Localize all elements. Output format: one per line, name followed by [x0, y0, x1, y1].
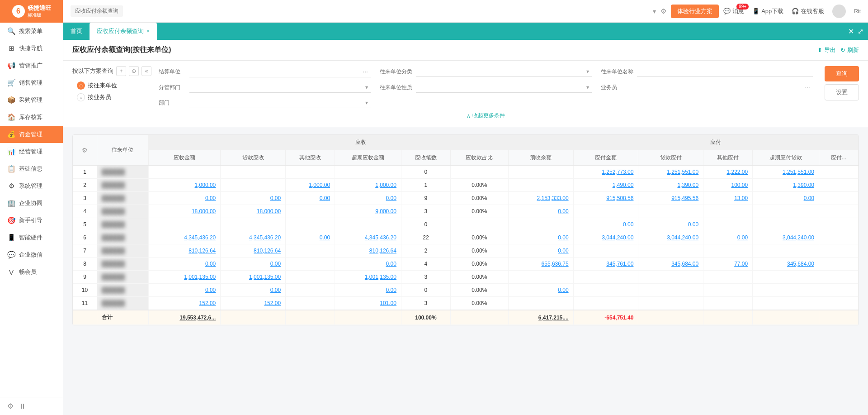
th-group-ar: 应收 — [148, 135, 573, 150]
sidebar-item-operation[interactable]: 📊 经营管理 — [0, 143, 63, 160]
dept-input[interactable]: ▾ — [189, 82, 371, 93]
system-icon: ⚙ — [7, 182, 15, 190]
dept2-input[interactable]: ▾ — [189, 98, 371, 108]
table-row: 4██████18,000.0018,000.009,000.0030.00%0… — [73, 205, 859, 218]
scheme-option-salesman[interactable]: ○ 按业务员 — [77, 93, 151, 101]
footer-ar-amount[interactable]: 19,553,472,6... — [148, 310, 221, 325]
footer-ar-other — [286, 310, 335, 325]
filter-field-dept2: 部门 ▾ — [159, 98, 371, 108]
wechat-icon: 💬 — [7, 251, 15, 259]
footer-ap-more — [819, 310, 859, 325]
capital-icon: 💰 — [7, 130, 15, 138]
sidebar-gear-icon[interactable]: ⚙ — [7, 402, 14, 410]
breadcrumb: 应收应付余额查询 — [71, 5, 648, 17]
online-service-btn[interactable]: 🎧 在线客服 — [792, 7, 824, 15]
th-ar-loan: 贷款应收 — [221, 150, 286, 166]
wanglai-type-chevron-icon: ▾ — [586, 68, 589, 75]
partner-name: ██████ — [97, 218, 148, 231]
collapse-label: 收起更多条件 — [472, 112, 505, 119]
sidebar-item-guide[interactable]: 🎯 新手引导 — [0, 212, 63, 229]
message-btn[interactable]: 💬 消息 99+ — [723, 7, 744, 15]
sidebar-item-system[interactable]: ⚙ 系统管理 — [0, 177, 63, 195]
footer-empty — [73, 310, 97, 325]
sidebar-item-member[interactable]: V 畅会员 — [0, 263, 63, 281]
tabbar-expand-icon[interactable]: ⤢ — [858, 27, 863, 36]
guide-icon: 🎯 — [7, 216, 15, 224]
sidebar-item-search[interactable]: 🔍 搜索菜单 — [0, 23, 63, 40]
trial-btn[interactable]: 体验行业方案 — [671, 5, 719, 18]
query-btn[interactable]: 查询 — [825, 66, 859, 81]
sidebar-item-enterprise[interactable]: 🏢 企业协同 — [0, 195, 63, 212]
wanglai-nature-chevron-icon: ▾ — [586, 84, 589, 91]
topbar-dropdown-icon[interactable]: ▾ — [653, 8, 656, 15]
main-area: 应收应付余额查询 ▾ ⚙ 体验行业方案 💬 消息 99+ 📱 App下载 🎧 在… — [63, 0, 868, 415]
jiesuan-input[interactable]: ··· — [189, 66, 371, 77]
topbar-right: 💬 消息 99+ 📱 App下载 🎧 在线客服 Rit — [723, 5, 861, 18]
tab-ar-ap-label: 应收应付余额查询 — [97, 27, 144, 35]
inventory-icon: 🏠 — [7, 113, 15, 121]
sidebar-item-purchase[interactable]: 📦 采购管理 — [0, 91, 63, 109]
th-ar-amount: 应收金额 — [148, 150, 221, 166]
tabbar-close-icon[interactable]: ✕ — [848, 27, 854, 36]
refresh-icon: ↻ — [840, 47, 845, 53]
sidebar-item-hardware[interactable]: 📱 智能硬件 — [0, 229, 63, 246]
app-download-btn[interactable]: 📱 App下载 — [752, 7, 783, 15]
wanglai-name-input[interactable] — [637, 67, 813, 77]
logo-icon: 6 — [12, 5, 25, 18]
sidebar-item-capital[interactable]: 💰 资金管理 — [0, 126, 63, 143]
sidebar-item-quicknav[interactable]: ⊞ 快捷导航 — [0, 40, 63, 57]
collapse-icon: ∧ — [467, 113, 471, 119]
sidebar-pause-icon[interactable]: ⏸ — [19, 402, 26, 410]
app-download-label: App下载 — [761, 7, 783, 15]
tab-home-label: 首页 — [71, 27, 82, 35]
filter-field-dept: 分管部门 ▾ — [159, 82, 371, 93]
wanglai-nature-label: 往来单位性质 — [380, 84, 412, 91]
sidebar-item-basic[interactable]: 📋 基础信息 — [0, 160, 63, 177]
th-ar-count: 应收笔数 — [401, 150, 450, 166]
dept-label: 分管部门 — [159, 84, 186, 91]
collapse-bar[interactable]: ∧ 收起更多条件 — [159, 108, 813, 121]
th-settings: ⚙ — [73, 135, 97, 166]
salesman-input[interactable]: ··· — [632, 82, 813, 93]
partner-name: ██████ — [97, 205, 148, 218]
export-btn[interactable]: ⬆ 导出 — [817, 46, 836, 54]
topbar: 应收应付余额查询 ▾ ⚙ 体验行业方案 💬 消息 99+ 📱 App下载 🎧 在… — [63, 0, 868, 23]
refresh-btn[interactable]: ↻ 刷新 — [840, 46, 859, 54]
tab-ar-ap[interactable]: 应收应付余额查询 × — [90, 23, 157, 40]
hardware-icon: 📱 — [7, 234, 15, 242]
tabbar: 首页 应收应付余额查询 × ✕ ⤢ — [63, 23, 868, 40]
footer-ap-other — [703, 310, 753, 325]
sidebar-item-inventory[interactable]: 🏠 库存核算 — [0, 109, 63, 126]
filter-field-jiesuan: 结算单位 ··· — [159, 66, 371, 77]
footer-ar-prepay[interactable]: 6,417,215.... — [508, 310, 573, 325]
wanglai-nature-input[interactable]: ▾ — [416, 82, 592, 93]
filter-grid: 结算单位 ··· 往来单位分类 ▾ — [159, 66, 813, 108]
data-table: ⚙ 往来单位 应收 应付 应收金额 贷款应收 其他应收 超期应收金额 应收笔数 … — [73, 135, 859, 325]
tab-home[interactable]: 首页 — [63, 23, 90, 40]
app-download-icon: 📱 — [752, 8, 760, 14]
scheme-add-btn[interactable]: + — [116, 66, 126, 76]
sidebar-item-wechat[interactable]: 💬 企业微信 — [0, 246, 63, 263]
scheme-option-unit[interactable]: ⊙ 按往来单位 — [77, 81, 151, 90]
wanglai-type-input[interactable]: ▾ — [416, 67, 592, 77]
sidebar-item-marketing[interactable]: 📢 营销推广 — [0, 57, 63, 74]
scheme-collapse-btn[interactable]: « — [142, 66, 151, 76]
table-gear-icon[interactable]: ⚙ — [82, 147, 88, 154]
filter-section: 按以下方案查询 + ⊙ « ⊙ 按往来单位 ○ — [63, 61, 868, 127]
scheme-setting-btn[interactable]: ⊙ — [129, 66, 139, 76]
settings-btn[interactable]: 设置 — [825, 84, 859, 100]
th-ar-other: 其他应收 — [286, 150, 335, 166]
topbar-gear-icon[interactable]: ⚙ — [660, 7, 666, 15]
th-ap-overdue: 超期应付贷款 — [753, 150, 819, 166]
th-ar-overdue: 超期应收金额 — [335, 150, 401, 166]
table-row: 11██████152.00152.00101.0030.00% — [73, 297, 859, 310]
tab-close-icon[interactable]: × — [146, 28, 150, 34]
search-icon: 🔍 — [7, 27, 15, 35]
partner-name: ██████ — [97, 297, 148, 310]
app-logo: 6 畅捷通旺 标准版 — [0, 0, 63, 23]
avatar[interactable] — [832, 5, 846, 18]
table-row: 6██████4,345,436.204,345,436.200.004,345… — [73, 231, 859, 244]
table-row: 3██████0.000.000.000.0090.00%2,153,333.0… — [73, 192, 859, 205]
sidebar-item-sales[interactable]: 🛒 销售管理 — [0, 74, 63, 91]
partner-name: ██████ — [97, 179, 148, 192]
